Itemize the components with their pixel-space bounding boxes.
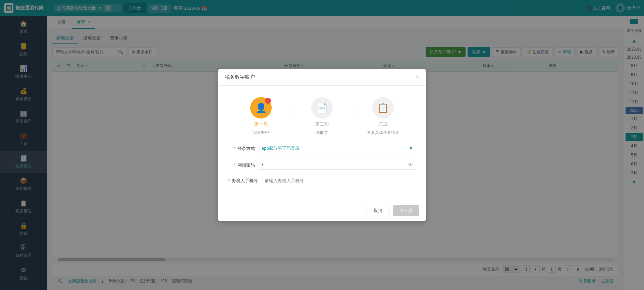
modal-title: 税务数字账户 xyxy=(225,74,255,80)
step-3-label: 完成 xyxy=(378,121,388,127)
required-mark-3: * xyxy=(228,178,230,183)
phone-field-wrap xyxy=(262,176,416,185)
password-toggle-icon[interactable]: 👁 xyxy=(408,162,413,168)
tax-account-modal: 税务数字账户 × 👤 ! 第一步 完善账密 → xyxy=(218,69,426,221)
login-method-row: * 登录方式 app获取验证码登录 ▼ xyxy=(228,144,416,153)
step-1-icon-wrap: 👤 ! xyxy=(250,97,272,119)
step-3-icon-wrap: 📋 xyxy=(372,97,394,119)
next-button[interactable]: 下一步 xyxy=(393,205,419,216)
modal-overlay: 税务数字账户 × 👤 ! 第一步 完善账密 → xyxy=(0,0,644,290)
modal-footer: 取消 下一步 xyxy=(218,200,426,221)
password-input[interactable] xyxy=(262,162,408,168)
step-3-desc: 查看具体任务结果 xyxy=(367,130,399,136)
cancel-button[interactable]: 取消 xyxy=(367,205,389,216)
login-method-value: app获取验证码登录 xyxy=(262,145,300,151)
step-1: 👤 ! 第一步 完善账密 xyxy=(234,97,288,136)
step-2-desc: 去取票 xyxy=(316,130,328,136)
phone-label: * 办税人手机号 xyxy=(228,178,258,184)
step-3-icon: 📋 xyxy=(377,102,389,114)
phone-row: * 办税人手机号 xyxy=(228,176,416,185)
step-1-alert-badge: ! xyxy=(265,98,271,104)
password-row: * 网报密码 👁 xyxy=(228,160,416,170)
step-1-icon: 👤 xyxy=(255,102,267,114)
password-label: * 网报密码 xyxy=(228,162,255,168)
step-2-icon: 📄 xyxy=(316,102,328,114)
steps-area: 👤 ! 第一步 完善账密 → 📄 第二步 去取票 → xyxy=(228,94,416,144)
required-mark-2: * xyxy=(234,162,235,167)
step-2: 📄 第二步 去取票 xyxy=(295,97,349,136)
step-arrow-1: → xyxy=(288,107,295,116)
modal-body: 👤 ! 第一步 完善账密 → 📄 第二步 去取票 → xyxy=(218,86,426,200)
dropdown-icon: ▼ xyxy=(409,146,413,151)
phone-input[interactable] xyxy=(265,178,413,183)
step-2-icon-wrap: 📄 xyxy=(311,97,333,119)
password-field-wrap: 👁 xyxy=(259,160,416,170)
step-1-label: 第一步 xyxy=(254,121,268,127)
modal-header: 税务数字账户 × xyxy=(218,69,426,86)
login-method-label: * 登录方式 xyxy=(228,146,255,152)
step-arrow-2: → xyxy=(349,107,356,116)
step-3: 📋 完成 查看具体任务结果 xyxy=(356,97,410,136)
step-1-desc: 完善账密 xyxy=(253,130,269,136)
required-mark-1: * xyxy=(234,146,235,151)
modal-close-button[interactable]: × xyxy=(416,74,419,81)
step-2-label: 第二步 xyxy=(315,121,329,127)
login-method-select[interactable]: app获取验证码登录 ▼ xyxy=(259,144,416,153)
